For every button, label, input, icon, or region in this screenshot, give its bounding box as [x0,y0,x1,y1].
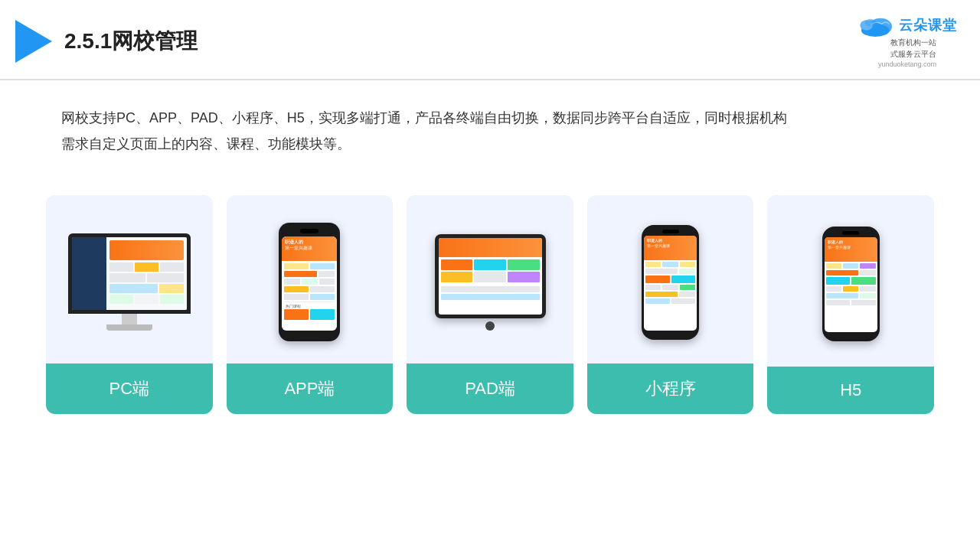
phone-notch-app [300,229,318,233]
card-pad-image [407,195,573,364]
h5-phone-outer: 职迹人的 第一堂兴趣课 [822,227,880,341]
logo-triangle-icon [15,20,52,63]
header-right: 云朵课堂 教育机构一站 式服务云平台 yunduoketang.com [858,14,957,70]
phone-screen-app: 职迹人的 第一堂兴趣课 [282,236,337,331]
card-pad-label: PAD端 [407,364,573,414]
mini-phone-notch [662,230,679,233]
tablet-outer [435,234,546,318]
card-pad: PAD端 [407,195,573,414]
monitor-neck [122,314,137,324]
brand-name: 云朵课堂 [899,16,957,34]
brand-logo: 云朵课堂 教育机构一站 式服务云平台 yunduoketang.com [858,14,957,70]
description-text: 网校支持PC、APP、PAD、小程序、H5，实现多端打通，产品各终端自由切换，数… [0,80,980,172]
card-h5-label: H5 [767,367,934,414]
phone-mockup-app: 职迹人的 第一堂兴趣课 [279,223,340,341]
monitor-screen [72,237,187,310]
tablet-mockup [435,234,546,331]
brand-url: yunduoketang.com [878,60,936,70]
tablet-screen [439,238,542,315]
card-h5-image: 职迹人的 第一堂兴趣课 [767,195,934,367]
monitor-mockup [68,233,191,331]
card-app-image: 职迹人的 第一堂兴趣课 [227,195,394,364]
phone-outer-app: 职迹人的 第一堂兴趣课 [279,223,340,341]
card-pc-image [46,195,213,364]
cloud-icon [858,14,896,37]
monitor-outer [68,233,191,314]
page-title: 2.5.1网校管理 [64,27,198,56]
header: 2.5.1网校管理 云朵课堂 教育机构一站 式服务云平台 yunduoketan… [0,0,980,80]
h5-phone-notch [842,231,859,235]
card-pc-label: PC端 [46,364,213,414]
card-app: 职迹人的 第一堂兴趣课 [227,195,394,414]
card-miniprogram-label: 小程序 [587,364,754,414]
header-left: 2.5.1网校管理 [15,20,198,63]
brand-tagline: 教育机构一站 式服务云平台 yunduoketang.com [878,37,936,70]
tablet-home-button [485,321,495,331]
h5-phone-screen: 职迹人的 第一堂兴趣课 [825,237,877,332]
brand-icon: 云朵课堂 [858,14,957,37]
mini-phone-outer: 职迹人的 第一堂兴趣课 [642,225,699,340]
phone-mockup-h5: 职迹人的 第一堂兴趣课 [822,227,880,341]
phone-mockup-mini: 职迹人的 第一堂兴趣课 [642,225,699,340]
card-h5: 职迹人的 第一堂兴趣课 [767,195,934,414]
mini-phone-screen: 职迹人的 第一堂兴趣课 [644,236,697,331]
card-app-label: APP端 [227,364,394,414]
card-miniprogram-image: 职迹人的 第一堂兴趣课 [587,195,754,364]
svg-point-4 [865,19,875,27]
card-pc: PC端 [46,195,213,414]
card-miniprogram: 职迹人的 第一堂兴趣课 [587,195,754,414]
monitor-base [106,324,152,331]
cards-container: PC端 职迹人的 第一堂兴趣课 [0,180,980,414]
